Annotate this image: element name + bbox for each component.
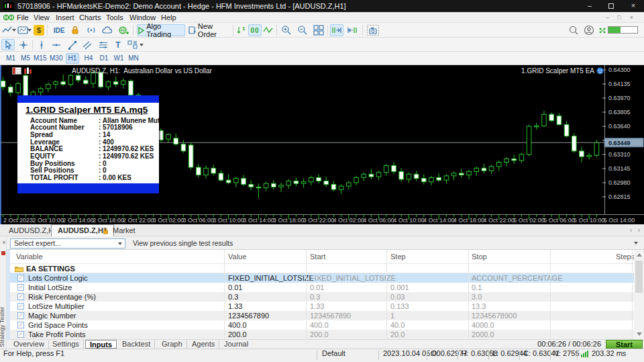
- sort-by-time-icon[interactable]: 1: [236, 24, 247, 36]
- child-minimize-button[interactable]: –: [606, 14, 609, 21]
- tester-row[interactable]: ✓Grid Space Points400.0400.040.04000.0: [10, 320, 634, 330]
- search-icon[interactable]: [568, 24, 580, 36]
- tab-scroll-right-icon[interactable]: ›: [638, 227, 640, 234]
- param-stop[interactable]: 12345678900: [472, 311, 517, 320]
- zoom-in-icon[interactable]: [280, 24, 292, 36]
- menu-charts[interactable]: Charts: [79, 13, 101, 23]
- tab-scroll-left-icon[interactable]: ‹: [630, 227, 632, 234]
- row-checkbox[interactable]: ✓: [17, 293, 24, 300]
- param-start[interactable]: 200.0: [310, 330, 329, 339]
- close-button[interactable]: ×: [626, 0, 641, 12]
- param-value[interactable]: 0.01: [228, 283, 242, 292]
- chart-line-style-caret[interactable]: [11, 24, 17, 36]
- param-start[interactable]: 0.01: [310, 283, 324, 292]
- param-step[interactable]: 0.03: [390, 292, 405, 302]
- tf-h4[interactable]: H4: [82, 53, 95, 64]
- menu-help[interactable]: Help: [161, 13, 176, 23]
- row-checkbox[interactable]: ✓: [17, 303, 24, 310]
- tester-row[interactable]: ✓LotSize Multiplier1.331.330.13313.3: [10, 302, 634, 311]
- tester-scrollbar[interactable]: [634, 250, 644, 339]
- param-stop[interactable]: 4000.0: [472, 320, 494, 330]
- param-step[interactable]: 1: [390, 311, 394, 320]
- param-step[interactable]: 20.0: [390, 330, 405, 339]
- param-value[interactable]: 1234567890: [228, 311, 269, 320]
- col-variable[interactable]: Variable: [16, 250, 43, 264]
- tab-settings[interactable]: Settings: [48, 340, 84, 349]
- market-watch-icon[interactable]: $: [34, 24, 44, 36]
- param-start[interactable]: 1.33: [310, 302, 324, 311]
- param-value[interactable]: 400.0: [228, 320, 247, 330]
- channel-tool[interactable]: [80, 39, 94, 50]
- menu-file[interactable]: File: [17, 13, 29, 23]
- param-start[interactable]: FIXED_INITIAL_LOTSIZE: [310, 273, 396, 283]
- param-step[interactable]: 40.0: [390, 320, 405, 330]
- cloud-icon[interactable]: [102, 24, 113, 36]
- row-checkbox[interactable]: ✓: [17, 331, 24, 338]
- param-step[interactable]: 0.133: [390, 302, 409, 311]
- menu-tools[interactable]: Tools: [106, 13, 123, 23]
- row-checkbox[interactable]: ✓: [17, 322, 24, 328]
- tester-row[interactable]: ✓Lots Control LogicFIXED_INITIAL_LOTSIZE…: [10, 273, 634, 283]
- tester-row[interactable]: ✓Risk Percentage (%)0.30.30.033.0: [10, 292, 634, 302]
- community-icon[interactable]: [118, 24, 129, 36]
- param-stop[interactable]: 3.0: [472, 292, 482, 302]
- account-icon[interactable]: [583, 24, 595, 36]
- bars-mode-button[interactable]: 00: [248, 24, 262, 36]
- row-checkbox[interactable]: ✓: [17, 284, 24, 291]
- restore-button[interactable]: [604, 0, 619, 12]
- tf-d1[interactable]: D1: [97, 53, 111, 64]
- auto-shift-button[interactable]: [345, 24, 359, 36]
- cursor-tool[interactable]: [1, 39, 15, 50]
- algo-trading-button[interactable]: Algo Trading: [137, 24, 185, 36]
- tf-m15[interactable]: M15: [32, 53, 48, 64]
- param-value[interactable]: 0.3: [228, 292, 238, 302]
- vertical-line-tool[interactable]: [35, 39, 48, 50]
- status-profile[interactable]: Default: [322, 349, 345, 357]
- tf-m1[interactable]: M1: [4, 53, 17, 64]
- param-value[interactable]: FIXED_INITIAL_LOTSIZE: [228, 273, 314, 283]
- trendline-tool[interactable]: [66, 39, 79, 50]
- screenshot-icon[interactable]: [366, 24, 380, 36]
- tab-overview[interactable]: Overview: [9, 340, 49, 349]
- crosshair-tool[interactable]: [17, 39, 30, 50]
- child-restore-button[interactable]: □: [618, 14, 621, 21]
- param-step[interactable]: 0.001: [390, 283, 409, 292]
- param-start[interactable]: 0.3: [310, 292, 320, 302]
- tester-row[interactable]: ✓Magic Number123456789012345678901123456…: [10, 311, 634, 320]
- param-value[interactable]: 1.33: [228, 302, 242, 311]
- col-value[interactable]: Value: [228, 250, 246, 264]
- param-stop[interactable]: 2000.0: [472, 330, 494, 339]
- col-stop[interactable]: Stop: [472, 250, 487, 264]
- scroll-thumb[interactable]: [635, 261, 643, 293]
- depth-of-market-icon[interactable]: [12, 67, 21, 75]
- tester-row[interactable]: ✓Take Profit Points200.0200.020.02000.0: [10, 330, 634, 339]
- tab-inputs[interactable]: Inputs: [85, 340, 117, 349]
- scroll-down-icon[interactable]: [634, 329, 644, 339]
- param-stop[interactable]: 0.1: [472, 283, 482, 292]
- chart-profile-caret[interactable]: [27, 24, 32, 36]
- signal-icon[interactable]: [86, 24, 97, 36]
- new-order-button[interactable]: New Order: [189, 24, 230, 36]
- param-stop[interactable]: ACCOUNT_PERCENTAGE: [472, 273, 562, 283]
- start-button[interactable]: Start: [606, 340, 643, 349]
- col-start[interactable]: Start: [310, 250, 325, 264]
- ea-smiley-icon[interactable]: [596, 67, 604, 75]
- param-start[interactable]: 400.0: [310, 320, 329, 330]
- child-close-button[interactable]: ×: [630, 14, 633, 21]
- tester-row[interactable]: ✓Initial LotSize0.010.010.0010.1: [10, 283, 634, 292]
- view-results-selector[interactable]: View previous single test results: [128, 238, 642, 248]
- tf-h1[interactable]: H1: [66, 53, 79, 64]
- tf-m5[interactable]: M5: [19, 53, 32, 64]
- row-checkbox[interactable]: ✓: [17, 275, 24, 281]
- lock-icon[interactable]: [70, 24, 80, 36]
- param-stop[interactable]: 13.3: [472, 302, 486, 311]
- param-start[interactable]: 1234567890: [310, 311, 351, 320]
- equidistant-channel-tool[interactable]: [97, 39, 110, 50]
- tile-windows-icon[interactable]: [313, 24, 325, 36]
- chart-tab-market[interactable]: Market: [107, 225, 142, 236]
- shapes-caret[interactable]: [138, 39, 145, 50]
- tf-m30[interactable]: M30: [48, 53, 64, 64]
- param-value[interactable]: 200.0: [228, 330, 247, 339]
- expert-selector[interactable]: Select expert...: [10, 238, 125, 248]
- tf-w1[interactable]: W1: [112, 53, 125, 64]
